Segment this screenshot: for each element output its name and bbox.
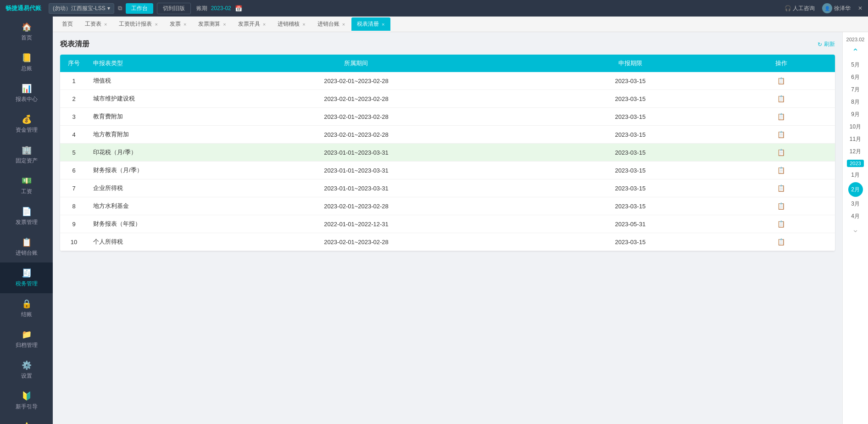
action-icon[interactable]: 📋 <box>777 131 785 138</box>
row-deadline: 2023-03-15 <box>533 197 728 215</box>
sidebar-item-invoice[interactable]: 📄发票管理 <box>0 201 53 232</box>
sidebar-item-ledger[interactable]: 📒总账 <box>0 47 53 78</box>
action-icon[interactable]: 📋 <box>777 220 785 228</box>
workstation-button[interactable]: 工作台 <box>126 3 153 14</box>
month-item[interactable]: 6月 <box>846 71 866 84</box>
tab-close-icon[interactable]: × <box>104 22 107 27</box>
close-window-icon[interactable]: ✕ <box>858 5 862 11</box>
sidebar-item-close[interactable]: 🔒结账 <box>0 293 53 324</box>
row-action[interactable]: 📋 <box>728 90 835 108</box>
tab-invoice-calc[interactable]: 发票测算× <box>193 17 231 31</box>
row-deadline: 2023-03-15 <box>533 233 728 251</box>
action-icon[interactable]: 📋 <box>777 184 785 192</box>
row-action[interactable]: 📋 <box>728 144 835 162</box>
sidebar-item-funds[interactable]: 💰资金管理 <box>0 109 53 139</box>
calendar-icon[interactable]: 📅 <box>235 5 242 12</box>
sidebar-item-label: 资金管理 <box>16 126 38 134</box>
row-action[interactable]: 📋 <box>728 179 835 197</box>
row-no: 8 <box>60 197 88 215</box>
month-item[interactable]: 1月 <box>846 169 866 181</box>
tab-label: 工资统计报表 <box>119 20 152 28</box>
row-period: 2023-02-01~2023-02-28 <box>179 197 533 215</box>
sidebar-item-purchase[interactable]: 📋进销台账 <box>0 232 53 262</box>
table-row: 6 财务报表（月/季） 2023-01-01~2023-03-31 2023-0… <box>60 162 835 179</box>
sidebar-item-member[interactable]: ⭐畅会员 <box>0 416 53 424</box>
month-item[interactable]: 4月 <box>846 210 866 223</box>
row-action[interactable]: 📋 <box>728 108 835 126</box>
row-period: 2023-01-01~2023-03-31 <box>179 144 533 162</box>
month-item[interactable]: 10月 <box>846 121 866 133</box>
tab-invoice-open[interactable]: 发票开具× <box>233 17 271 31</box>
month-item[interactable]: 2月 <box>848 182 863 197</box>
sidebar-item-label: 税务管理 <box>16 280 38 288</box>
sidebar-item-assets[interactable]: 🏢固定资产 <box>0 139 53 170</box>
tab-salary-report[interactable]: 工资统计报表× <box>113 17 163 31</box>
month-item[interactable]: 9月 <box>846 108 866 121</box>
row-action[interactable]: 📋 <box>728 197 835 215</box>
page-title: 税表清册 <box>60 39 89 49</box>
sidebar-item-salary[interactable]: 💵工资 <box>0 170 53 201</box>
action-icon[interactable]: 📋 <box>777 77 785 84</box>
month-item[interactable]: 8月 <box>846 96 866 108</box>
tab-invoice[interactable]: 发票× <box>164 17 192 31</box>
table-row: 4 地方教育附加 2023-02-01~2023-02-28 2023-03-1… <box>60 126 835 144</box>
tab-close-icon[interactable]: × <box>155 22 157 27</box>
sidebar-item-settings[interactable]: ⚙️设置 <box>0 355 53 385</box>
action-icon[interactable]: 📋 <box>777 149 785 156</box>
action-icon[interactable]: 📋 <box>777 238 785 245</box>
row-action[interactable]: 📋 <box>728 215 835 233</box>
period-label: 账期 <box>196 5 207 12</box>
tab-close-icon[interactable]: × <box>263 22 266 27</box>
salary-icon: 💵 <box>22 176 32 186</box>
guide-icon: 🔰 <box>22 391 32 401</box>
month-item[interactable]: 5月 <box>846 59 866 71</box>
company-select[interactable]: (勿动）江西服宝-LSS ▾ <box>49 3 114 14</box>
tab-close-icon[interactable]: × <box>382 22 384 27</box>
tab-purchase-review[interactable]: 进销稽核× <box>272 17 311 31</box>
action-icon[interactable]: 📋 <box>777 167 785 174</box>
page-header: 税表清册 ↻ 刷新 <box>60 39 835 49</box>
row-no: 1 <box>60 72 88 90</box>
consult-button[interactable]: 🎧 人工咨询 <box>785 5 815 12</box>
scroll-down-button[interactable]: ⌄ <box>850 223 861 236</box>
row-action[interactable]: 📋 <box>728 162 835 179</box>
copy-icon[interactable]: ⧉ <box>118 5 122 12</box>
tab-close-icon[interactable]: × <box>342 22 345 27</box>
sidebar-item-label: 报表中心 <box>16 95 38 103</box>
tab-purchase-ledger[interactable]: 进销台账× <box>312 17 351 31</box>
scroll-up-button[interactable]: ⌃ <box>850 45 861 59</box>
row-no: 6 <box>60 162 88 179</box>
row-action[interactable]: 📋 <box>728 126 835 144</box>
tab-close-icon[interactable]: × <box>184 22 186 27</box>
tab-home[interactable]: 首页 <box>56 17 78 31</box>
table-row: 9 财务报表（年报） 2022-01-01~2022-12-31 2023-05… <box>60 215 835 233</box>
month-item[interactable]: 7月 <box>846 84 866 96</box>
row-type: 教育费附加 <box>88 108 179 126</box>
company-name: (勿动）江西服宝-LSS <box>53 5 106 12</box>
row-action[interactable]: 📋 <box>728 233 835 251</box>
user-area[interactable]: 👤 徐泽华 <box>822 3 851 13</box>
tab-tax-list[interactable]: 税表清册× <box>351 17 390 31</box>
action-icon[interactable]: 📋 <box>777 113 785 120</box>
action-icon[interactable]: 📋 <box>777 202 785 210</box>
action-icon[interactable]: 📋 <box>777 95 785 102</box>
row-action[interactable]: 📋 <box>728 72 835 90</box>
tab-close-icon[interactable]: × <box>302 22 305 27</box>
switch-old-button[interactable]: 切到旧版 <box>157 3 191 14</box>
sidebar-item-tax[interactable]: 🧾税务管理 <box>0 262 53 293</box>
tab-salary-table[interactable]: 工资表× <box>79 17 112 31</box>
month-item[interactable]: 12月 <box>846 145 866 158</box>
sidebar-item-archive[interactable]: 📁归档管理 <box>0 324 53 355</box>
sidebar-item-guide[interactable]: 🔰新手引导 <box>0 385 53 416</box>
tab-close-icon[interactable]: × <box>223 22 226 27</box>
sidebar-item-report[interactable]: 📊报表中心 <box>0 78 53 109</box>
year-2023-label[interactable]: 2023 <box>847 160 863 167</box>
sidebar-item-label: 固定资产 <box>16 157 38 165</box>
month-item[interactable]: 3月 <box>846 198 866 210</box>
sidebar: 🏠首页📒总账📊报表中心💰资金管理🏢固定资产💵工资📄发票管理📋进销台账🧾税务管理🔒… <box>0 17 53 424</box>
sidebar-item-home[interactable]: 🏠首页 <box>0 17 53 47</box>
period-value[interactable]: 2023-02 <box>211 5 231 11</box>
month-item[interactable]: 11月 <box>846 133 866 145</box>
row-type: 企业所得税 <box>88 179 179 197</box>
refresh-button[interactable]: ↻ 刷新 <box>818 40 835 48</box>
